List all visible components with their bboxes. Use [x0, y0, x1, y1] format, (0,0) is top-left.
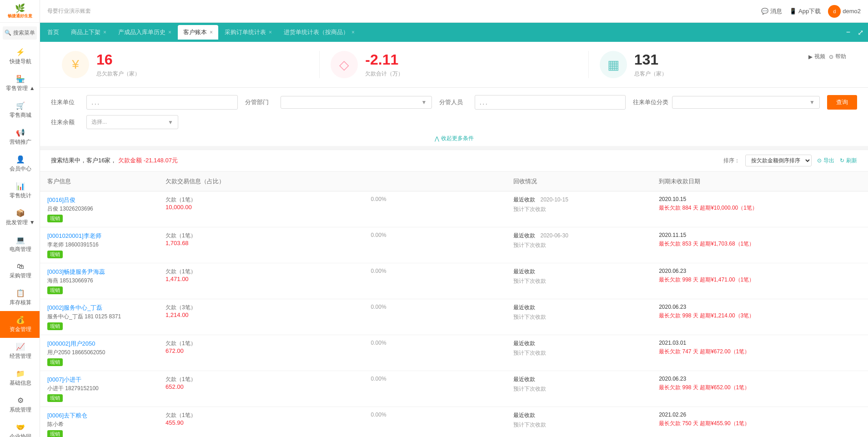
sidebar-item-quick-nav[interactable]: ⚡ 快捷导航 [0, 43, 40, 70]
sidebar-item-operations[interactable]: 📈 经营管理 [0, 338, 40, 365]
next-collection-6: 预计下次收款 [513, 421, 644, 429]
result-info: 搜索结果中，客户16家， 欠款金额 -21,148.07元 [51, 156, 178, 165]
tab-products-close[interactable]: × [103, 29, 106, 35]
sidebar-item-retail-mgmt[interactable]: 🏪 零售管理 ▲ [0, 70, 40, 97]
result-actions: 排序： 按欠款金额倒序排序 ⊙ 导出 ↻ 刷新 [723, 155, 857, 166]
help-button[interactable]: ⊙ 帮助 [829, 53, 846, 60]
overdue-link-4[interactable]: 超期¥672.00（1笔） [700, 348, 750, 355]
sidebar-item-enterprise[interactable]: 🤝 企业协同 [0, 418, 40, 437]
sidebar-item-member[interactable]: 👤 会员中心 [0, 151, 40, 177]
logo-text: 🌿 畅捷通好生意 [8, 3, 32, 19]
balance-select[interactable]: 选择... ▼ [86, 115, 178, 129]
sidebar-item-marketing[interactable]: 📢 营销推广 [0, 124, 40, 151]
tab-production-close[interactable]: × [168, 29, 171, 35]
filter-unit-category: 往来单位分类 ▼ [633, 96, 820, 109]
sidebar-item-finance[interactable]: 💰 资金管理 [0, 311, 40, 338]
debt-customers-label: 总欠款客户（家） [96, 70, 140, 78]
customer-name-1[interactable]: [0001020001]李老师 [47, 232, 151, 240]
user-profile[interactable]: d demo2 [828, 5, 861, 18]
debt-count-3: 欠款（3笔） [166, 304, 355, 311]
cell-collection-4: 最近收款 预计下次收款 [506, 335, 652, 371]
next-collection-4: 预计下次收款 [513, 349, 644, 357]
overdue-link-1[interactable]: 超期¥1,703.68（1笔） [700, 241, 754, 247]
sidebar-item-batch-mgmt[interactable]: 📦 批发管理 ▼ [0, 204, 40, 231]
debt-pct-4: 0.00% [371, 340, 386, 346]
tab-inventory-stats-close[interactable]: × [351, 29, 355, 35]
customer-name-4[interactable]: [000002]用户2050 [47, 340, 151, 348]
sort-select[interactable]: 按欠款金额倒序排序 [745, 155, 812, 166]
tab-production-label: 产成品入库单历史 [118, 28, 166, 36]
customer-name-6[interactable]: [0006]去下粮仓 [47, 412, 151, 420]
sidebar-item-retail-mall[interactable]: 🛒 零售商城 [0, 97, 40, 124]
collapse-button[interactable]: ⋀ 收起更多条件 [435, 135, 474, 142]
search-button[interactable]: 查询 [827, 95, 857, 110]
video-button[interactable]: ▶ 视频 [808, 53, 825, 60]
tabs-maximize-button[interactable]: ⤢ [855, 26, 866, 39]
sidebar-item-system[interactable]: ⚙ 系统管理 [0, 392, 40, 418]
debt-amount-info: -2.11 欠款合计（万） [365, 51, 403, 78]
debt-count-2: 欠款（1笔） [166, 268, 355, 276]
sidebar-item-retail-stats[interactable]: 📊 零售统计 [0, 177, 40, 204]
debt-amount-label: 欠款合计（万） [365, 70, 403, 78]
manager-input[interactable]: ... [475, 95, 626, 110]
table-row: [0007]小进干 小进干 18279152100 现销 欠款（1笔） 652.… [40, 371, 868, 407]
overdue-link-5[interactable]: 超期¥652.00（1笔） [700, 384, 750, 391]
main-content: 母婴行业演示账套 💬 消息 📱 App下载 d demo2 首页 [40, 0, 868, 437]
ecommerce-icon: 💻 [4, 236, 37, 244]
overdue-link-2[interactable]: 超期¥1,471.00（1笔） [700, 276, 754, 283]
overdue-days-4: 最长欠款 747 天 [659, 348, 700, 355]
data-table-wrapper: 客户信息 欠款交易信息（占比） 回收情况 到期未收款日期 [0016]吕俊 吕俊… [40, 172, 868, 437]
tabs-minimize-button[interactable]: − [843, 26, 853, 39]
table-row: [0001020001]李老师 李老师 18600391516 现销 欠款（1笔… [40, 227, 868, 263]
topbar: 母婴行业演示账套 💬 消息 📱 App下载 d demo2 [40, 0, 868, 23]
unit-category-input[interactable]: ▼ [672, 96, 820, 109]
export-button[interactable]: ⊙ 导出 [817, 157, 834, 165]
sidebar-item-purchase[interactable]: 🛍 采购管理 [0, 258, 40, 284]
cell-debt-pct-0: 0.00% [362, 191, 507, 227]
dept-input[interactable]: ▼ [281, 96, 432, 109]
refresh-button[interactable]: ↻ 刷新 [840, 157, 857, 165]
tab-inventory-stats[interactable]: 进货单统计表（按商品） × [278, 25, 360, 40]
tab-purchase-order-close[interactable]: × [269, 29, 272, 35]
refresh-icon: ↻ [840, 157, 844, 164]
tab-purchase-order[interactable]: 采购订单统计表 × [219, 25, 277, 40]
total-customers-label: 总客户（家） [634, 70, 667, 78]
cell-collection-5: 最近收款 预计下次收款 [506, 371, 652, 407]
cell-debt-count-2: 欠款（1笔） 1,471.00 [158, 263, 362, 299]
total-customers-info: 131 总客户（家） [634, 51, 667, 78]
tab-products[interactable]: 商品上下架 × [65, 25, 112, 40]
customer-name-5[interactable]: [0007]小进干 [47, 376, 151, 384]
overdue-days-6: 最长欠款 750 天 [659, 420, 700, 427]
customer-name-2[interactable]: [0003]畅捷服务尹海蕊 [47, 268, 151, 276]
table-row: [0016]吕俊 吕俊 13026203696 现销 欠款（1笔） 10,000… [40, 191, 868, 227]
cell-due-date-3: 2020.06.23 最长欠款 998 天 超期¥1,214.00（3笔） [652, 299, 868, 335]
overdue-link-3[interactable]: 超期¥1,214.00（3笔） [700, 312, 754, 319]
customer-name-3[interactable]: [0002]服务中心_丁磊 [47, 304, 151, 312]
tab-home[interactable]: 首页 [42, 25, 65, 40]
cell-debt-pct-5: 0.00% [362, 371, 507, 407]
tab-products-label: 商品上下架 [71, 28, 100, 36]
source-unit-input[interactable]: ... [86, 95, 238, 110]
tab-production[interactable]: 产成品入库单历史 × [113, 25, 177, 40]
sidebar-item-basic-info[interactable]: 📁 基础信息 [0, 365, 40, 392]
app-download-button[interactable]: 📱 App下载 [789, 7, 821, 15]
table-row: [0006]去下粮仓 陈小希 现销 欠款（1笔） 455.90 0.00% 最近… [40, 407, 868, 437]
tab-customer-account-close[interactable]: × [210, 29, 213, 35]
due-date-3: 2020.06.23 [659, 304, 861, 310]
overdue-link-0[interactable]: 超期¥10,000.00（1笔） [700, 205, 758, 211]
overdue-link-6[interactable]: 超期¥455.90（1笔） [700, 420, 750, 427]
tab-inventory-stats-label: 进货单统计表（按商品） [284, 28, 349, 36]
dept-label: 分管部门 [245, 98, 277, 106]
tab-customer-account[interactable]: 客户账本 × [178, 25, 218, 40]
message-button[interactable]: 💬 消息 [761, 7, 782, 15]
overdue-days-5: 最长欠款 998 天 [659, 384, 700, 391]
sidebar-item-inventory[interactable]: 📋 库存核算 [0, 284, 40, 311]
debt-amount-3: 1,214.00 [166, 311, 355, 318]
customer-name-0[interactable]: [0016]吕俊 [47, 196, 151, 204]
stat-header-actions: ▶ 视频 ⊙ 帮助 [808, 51, 846, 60]
page-content: ¥ 16 总欠款客户（家） ◇ -2.11 欠款合计（万） ▦ [40, 42, 868, 437]
operations-icon: 📈 [4, 342, 37, 351]
search-menu-button[interactable]: 🔍 搜索菜单 [3, 26, 37, 40]
customer-phone-3: 服务中心_丁磊 181 0125 8371 [47, 313, 151, 321]
sidebar-item-ecommerce[interactable]: 💻 电商管理 [0, 231, 40, 258]
